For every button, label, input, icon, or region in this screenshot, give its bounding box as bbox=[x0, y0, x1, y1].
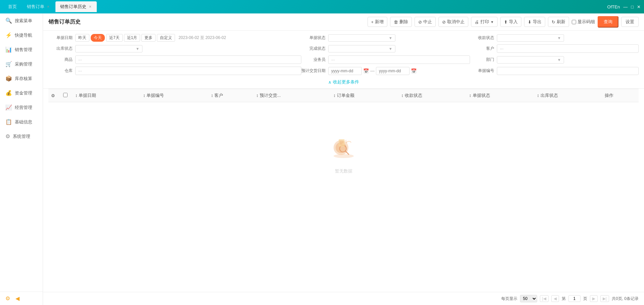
settings-button[interactable]: 设置 bbox=[621, 17, 639, 27]
display-columns-checkbox[interactable]: 显示码细 bbox=[572, 19, 595, 25]
tab-sales-order-close[interactable]: × bbox=[46, 4, 50, 9]
table-settings-icon[interactable]: ⚙ bbox=[51, 93, 55, 98]
filter-row-3: 商品 ··· 业务员 ··· 部门 bbox=[48, 55, 639, 64]
delivery-status-select[interactable]: ▼ bbox=[75, 45, 142, 52]
print-button[interactable]: 🖨 打印 ▼ bbox=[471, 17, 498, 27]
sidebar-item-purchase[interactable]: 🛒 采购管理 bbox=[0, 57, 43, 71]
expected-date-label: 预计交货日期 bbox=[301, 68, 328, 74]
th-delivery-status[interactable]: ↕ 出库状态 bbox=[534, 89, 602, 102]
next-page-btn[interactable]: ▶ bbox=[590, 295, 598, 302]
window-maximize-icon[interactable]: □ bbox=[631, 4, 634, 9]
collapse-btn[interactable]: ∧ 收起更多条件 bbox=[48, 78, 639, 85]
calendar-to-icon[interactable]: 📅 bbox=[411, 68, 417, 74]
payment-status-select[interactable]: ▼ bbox=[497, 34, 564, 42]
date-btn-7days[interactable]: 近7天 bbox=[106, 34, 123, 42]
sidebar-item-search[interactable]: 🔍 搜索菜单 bbox=[0, 13, 43, 28]
date-btn-custom[interactable]: 自定义 bbox=[157, 34, 175, 42]
refresh-button[interactable]: ↻ 刷新 bbox=[548, 17, 569, 27]
delete-button[interactable]: 🗑 删除 bbox=[390, 17, 412, 27]
complete-status-group: 完成状态 ▼ bbox=[301, 45, 470, 52]
th-expected-delivery[interactable]: ↕ 预计交货... bbox=[254, 89, 331, 102]
department-select[interactable]: ▼ bbox=[497, 56, 564, 64]
sidebar-item-operations[interactable]: 📈 经营管理 bbox=[0, 100, 43, 115]
sidebar-item-quicknav[interactable]: ⚡ 快捷导航 bbox=[0, 28, 43, 42]
customer-input[interactable]: ··· bbox=[497, 44, 639, 53]
th-bill-status-label: ↕ 单据状态 bbox=[469, 93, 490, 98]
select-all-checkbox[interactable] bbox=[63, 93, 68, 97]
bill-status-label: 单据状态 bbox=[301, 35, 328, 41]
display-columns-label: 显示码细 bbox=[577, 19, 595, 25]
display-columns-input[interactable] bbox=[572, 20, 576, 24]
date-btn-yesterday[interactable]: 昨天 bbox=[75, 34, 89, 42]
export-button[interactable]: ⬇ 导出 bbox=[524, 17, 545, 27]
th-settings[interactable]: ⚙ bbox=[48, 89, 60, 102]
complete-status-select[interactable]: ▼ bbox=[328, 45, 395, 52]
import-button[interactable]: ⬆ 导入 bbox=[500, 17, 521, 27]
sidebar-item-basicinfo[interactable]: 📋 基础信息 bbox=[0, 115, 43, 129]
complete-status-control: ▼ bbox=[328, 45, 470, 52]
settings-label: 设置 bbox=[626, 19, 634, 24]
payment-status-label: 收款状态 bbox=[470, 35, 497, 41]
sidebar-quicknav-label: 快捷导航 bbox=[15, 32, 32, 38]
th-payment-status[interactable]: ↕ 收款状态 bbox=[399, 89, 467, 102]
calendar-from-icon[interactable]: 📅 bbox=[363, 68, 369, 74]
payment-status-group: 收款状态 ▼ bbox=[470, 34, 639, 42]
first-page-btn[interactable]: |◀ bbox=[540, 295, 549, 302]
bill-number-group: 单据编号 bbox=[470, 67, 639, 75]
date-btn-today[interactable]: 今天 bbox=[91, 34, 105, 42]
operations-icon: 📈 bbox=[5, 104, 12, 111]
total-records: 共0页, 0条记录 bbox=[612, 296, 639, 302]
sidebar-item-sales[interactable]: 📊 销售管理 bbox=[0, 42, 43, 57]
page-title: 销售订单历史 bbox=[48, 18, 81, 26]
sidebar-item-system[interactable]: ⚙ 系统管理 bbox=[0, 129, 43, 144]
th-bill-status[interactable]: ↕ 单据状态 bbox=[466, 89, 534, 102]
th-customer[interactable]: ↕ 客户 bbox=[208, 89, 254, 102]
expected-date-to[interactable] bbox=[376, 67, 410, 75]
empty-illustration bbox=[327, 129, 360, 163]
warehouse-label: 仓库 bbox=[48, 68, 75, 74]
add-button[interactable]: + 新增 bbox=[368, 17, 388, 27]
th-date[interactable]: ↕ 单据日期 bbox=[73, 89, 140, 102]
print-dropdown-icon: ▼ bbox=[490, 20, 494, 24]
expected-date-from[interactable] bbox=[328, 67, 362, 75]
page-number-input[interactable] bbox=[568, 295, 581, 302]
salesperson-input[interactable]: ··· bbox=[328, 55, 470, 64]
bill-number-input[interactable] bbox=[497, 67, 639, 75]
tab-sales-order-history[interactable]: 销售订单历史 × bbox=[55, 1, 97, 12]
sidebar-item-inventory[interactable]: 📦 库存核算 bbox=[0, 71, 43, 86]
goods-input[interactable]: ··· bbox=[75, 55, 301, 64]
per-page-select[interactable]: 50 10 20 100 bbox=[520, 295, 537, 302]
stop-button[interactable]: ⊘ 中止 bbox=[415, 17, 436, 27]
query-button[interactable]: 查询 bbox=[598, 16, 618, 28]
last-page-btn[interactable]: ▶| bbox=[600, 295, 609, 302]
basicinfo-icon: 📋 bbox=[5, 119, 12, 125]
th-bill-number[interactable]: ↕ 单据编号 bbox=[140, 89, 208, 102]
inventory-icon: 📦 bbox=[5, 75, 12, 82]
date-btn-more[interactable]: 更多 bbox=[141, 34, 156, 42]
goods-group: 商品 ··· bbox=[48, 55, 301, 64]
window-close-icon[interactable]: ✕ bbox=[637, 4, 641, 9]
cancel-stop-button[interactable]: ⊘ 取消中止 bbox=[438, 17, 468, 27]
window-minimize-icon[interactable]: — bbox=[623, 4, 628, 9]
page-label: 第 bbox=[562, 296, 566, 302]
tab-sales-order[interactable]: 销售订单 × bbox=[22, 1, 55, 12]
delivery-status-control: ▼ bbox=[75, 45, 301, 52]
delete-icon: 🗑 bbox=[394, 20, 398, 25]
tab-sales-order-history-close[interactable]: × bbox=[88, 4, 92, 9]
sidebar-settings-btn[interactable]: ⚙ bbox=[5, 295, 10, 302]
date-btn-1month[interactable]: 近1月 bbox=[124, 34, 140, 42]
delete-label: 删除 bbox=[399, 19, 408, 25]
sidebar-collapse-btn[interactable]: ◀ bbox=[15, 295, 19, 302]
bill-status-select[interactable]: ▼ bbox=[328, 34, 395, 42]
tab-home[interactable]: 首页 bbox=[3, 1, 22, 12]
department-group: 部门 ▼ bbox=[470, 56, 639, 64]
th-action: 操作 bbox=[602, 89, 639, 102]
warehouse-input[interactable]: ··· bbox=[75, 67, 301, 75]
th-order-amount[interactable]: ↕ 订单金额 bbox=[331, 89, 399, 102]
th-checkbox[interactable] bbox=[60, 89, 73, 102]
often-label: OfTEn bbox=[607, 4, 620, 9]
sidebar-item-finance[interactable]: 💰 资金管理 bbox=[0, 86, 43, 100]
date-btns: 昨天 今天 近7天 近1月 更多 自定义 bbox=[75, 34, 175, 42]
prev-page-btn[interactable]: ◀ bbox=[551, 295, 559, 302]
complete-status-arrow: ▼ bbox=[389, 47, 392, 51]
